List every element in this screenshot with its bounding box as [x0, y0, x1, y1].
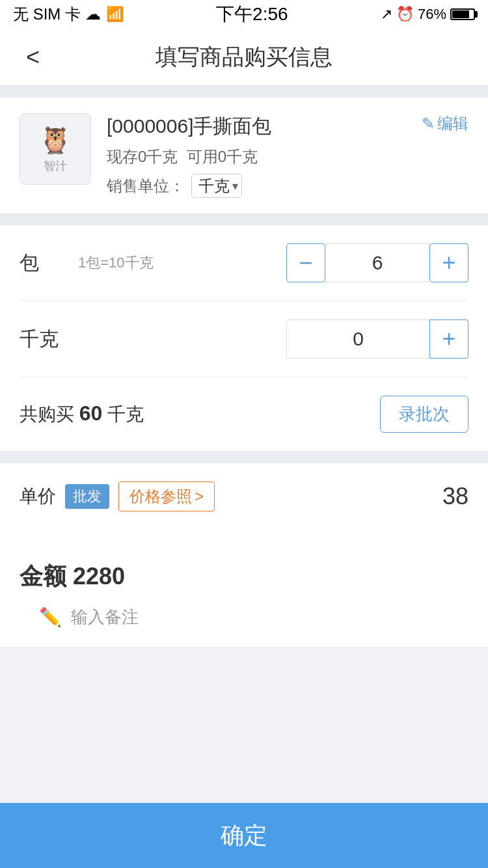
- form-section: 包 1包=10千克 − + 千克 +: [0, 225, 488, 377]
- product-image: 🦉 智汁: [20, 113, 91, 185]
- price-label: 单价: [20, 484, 56, 509]
- confirm-button-label: 确定: [221, 820, 267, 852]
- status-bar: 无 SIM 卡 ☁ 📶 下午2:56 ↗ ⏰ 76%: [0, 0, 488, 29]
- unit-select[interactable]: 千克 包: [191, 174, 242, 198]
- note-row[interactable]: ✏️ 输入备注: [20, 593, 468, 647]
- back-button[interactable]: <: [20, 37, 46, 77]
- status-left: 无 SIM 卡 ☁ 📶: [13, 4, 124, 25]
- package-plus-button[interactable]: +: [429, 243, 468, 282]
- product-card: 🦉 智汁 [0000006]手撕面包 ✎ 编辑 现存0千克 可用0千克 销售单位…: [0, 98, 488, 213]
- product-logo-icon: 🦉: [39, 125, 72, 156]
- product-stock: 现存0千克 可用0千克: [107, 146, 468, 167]
- price-row: 单价 批发 价格参照 > 38: [20, 481, 468, 511]
- sim-label: 无 SIM 卡 ☁: [13, 4, 101, 25]
- package-control: − +: [286, 243, 468, 282]
- kilogram-label: 千克: [20, 326, 286, 353]
- product-info: [0000006]手撕面包 ✎ 编辑 现存0千克 可用0千克 销售单位： 千克 …: [107, 113, 468, 198]
- wifi-icon: 📶: [106, 6, 124, 23]
- package-input[interactable]: [325, 243, 429, 282]
- package-minus-button[interactable]: −: [286, 243, 325, 282]
- product-logo-label: 智汁: [44, 158, 67, 174]
- amount-section: 金额 2280 ✏️ 输入备注: [0, 530, 488, 647]
- confirm-button[interactable]: 确定: [0, 803, 488, 868]
- unit-select-wrap[interactable]: 千克 包: [191, 174, 242, 198]
- price-ref-arrow: >: [195, 487, 204, 506]
- alarm-icon: ⏰: [396, 6, 414, 23]
- package-label: 包: [20, 250, 72, 277]
- section-divider-2: [0, 213, 488, 225]
- kilogram-row: 千克 +: [20, 301, 468, 377]
- package-row: 包 1包=10千克 − +: [20, 225, 468, 301]
- price-tag: 批发: [65, 484, 109, 509]
- empty-area: [0, 647, 488, 803]
- price-value: 38: [442, 483, 468, 510]
- total-row: 共购买 60 千克 录批次: [0, 377, 488, 451]
- kilogram-control: +: [286, 319, 468, 359]
- section-divider-1: [0, 86, 488, 98]
- battery-icon: [450, 8, 475, 20]
- status-time: 下午2:56: [216, 2, 288, 27]
- nav-bar: < 填写商品购买信息: [0, 29, 488, 86]
- batch-button[interactable]: 录批次: [380, 396, 468, 433]
- kilogram-plus-button[interactable]: +: [429, 319, 468, 359]
- section-divider-3: [0, 451, 488, 463]
- edit-icon: ✎: [422, 115, 435, 133]
- package-hint: 1包=10千克: [78, 253, 286, 273]
- page-title: 填写商品购买信息: [156, 42, 332, 72]
- total-label: 共购买 60 千克: [20, 401, 380, 427]
- price-section: 单价 批发 价格参照 > 38: [0, 463, 488, 530]
- price-ref-button[interactable]: 价格参照 >: [118, 481, 215, 511]
- note-icon: ✏️: [39, 606, 62, 628]
- amount-label: 金额 2280: [20, 563, 125, 590]
- kilogram-input[interactable]: [286, 319, 429, 359]
- note-text: 输入备注: [71, 606, 139, 629]
- product-unit-row: 销售单位： 千克 包: [107, 174, 468, 198]
- edit-button[interactable]: ✎ 编辑: [422, 113, 468, 134]
- location-icon: ↗: [381, 6, 392, 23]
- status-right: ↗ ⏰ 76%: [381, 6, 475, 23]
- battery-percent: 76%: [418, 6, 446, 23]
- product-name: [0000006]手撕面包: [107, 113, 271, 140]
